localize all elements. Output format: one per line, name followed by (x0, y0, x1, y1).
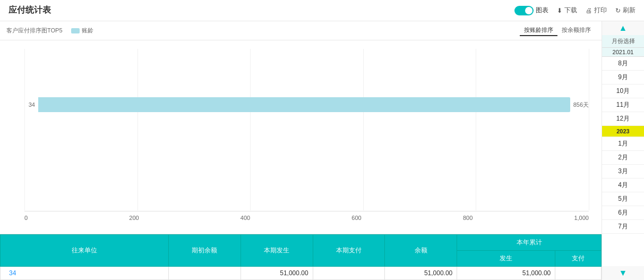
x-tick-1: 200 (129, 215, 139, 221)
bar-label-0: 34 (24, 101, 35, 108)
chart-inner: 34 856天 0 200 400 600 800 1,0 (8, 45, 593, 232)
refresh-icon: ↻ (615, 7, 621, 14)
download-icon: ⬇ (557, 7, 562, 14)
table-section: 往来单位 期初余额 本期发生 本期支付 余额 本年累计 发生 支付 (0, 234, 602, 280)
sidebar: ▲ 月份选择 2021.01 8月 9月 10月 11月 12月 2023 1月… (602, 21, 644, 280)
th-ytd-occur: 发生 (457, 251, 555, 267)
month-item-8[interactable]: 8月 (602, 57, 644, 71)
x-tick-4: 800 (463, 215, 473, 221)
td-current-occur: 51,000.00 (241, 267, 313, 280)
th-ytd-pay: 支付 (555, 251, 602, 267)
legend-aging: 账龄 (71, 27, 93, 35)
scroll-up-button[interactable]: ▲ (602, 21, 644, 35)
month-item-2[interactable]: 2月 (602, 151, 644, 165)
download-button[interactable]: ⬇ 下载 (557, 6, 577, 15)
chart-toggle-wrap[interactable]: 图表 (514, 6, 548, 15)
grid-line-5 (589, 49, 589, 210)
legend-color-box (71, 28, 80, 33)
td-opening (168, 267, 241, 280)
print-icon: 🖨 (586, 7, 592, 14)
chart-header: 客户应付排序图TOP5 账龄 按账龄排序 按余额排序 (0, 21, 602, 40)
th-unit: 往来单位 (1, 235, 169, 267)
bar-chart: 34 856天 (24, 49, 589, 210)
sidebar-header: 月份选择 (602, 35, 644, 48)
year-2023-marker: 2023 (602, 126, 644, 137)
bar-end-label-0: 856天 (573, 101, 589, 109)
bar-fill-0 (38, 97, 570, 112)
td-current-pay (313, 267, 385, 280)
chart-toggle[interactable] (514, 6, 534, 15)
td-ytd-pay (555, 267, 602, 280)
sidebar-selected: 2021.01 (602, 48, 644, 57)
legend-top5-label: 客户应付排序图TOP5 (6, 27, 63, 35)
x-tick-2: 400 (241, 215, 250, 221)
chart-legend: 客户应付排序图TOP5 账龄 (6, 27, 520, 35)
toggle-label: 图表 (536, 6, 548, 15)
td-unit[interactable]: 34 (1, 267, 169, 280)
x-tick-0: 0 (24, 215, 28, 221)
data-table: 往来单位 期初余额 本期发生 本期支付 余额 本年累计 发生 支付 (0, 234, 602, 280)
sort-by-balance-button[interactable]: 按余额排序 (557, 25, 595, 36)
x-axis: 0 200 400 600 800 1,000 (24, 215, 589, 221)
month-item-3[interactable]: 3月 (602, 165, 644, 179)
td-balance: 51,000.00 (385, 267, 457, 280)
bar-row-0: 34 856天 (24, 97, 589, 112)
month-item-4[interactable]: 4月 (602, 179, 644, 192)
x-tick-5: 1,000 (574, 215, 589, 221)
th-current-pay: 本期支付 (313, 235, 385, 267)
month-item-12[interactable]: 12月 (602, 112, 644, 126)
month-item-6[interactable]: 6月 (602, 206, 644, 220)
legend-aging-label: 账龄 (82, 27, 93, 35)
scroll-down-button[interactable]: ▼ (602, 266, 644, 280)
header-actions: 图表 ⬇ 下载 🖨 打印 ↻ 刷新 (514, 6, 636, 15)
sidebar-header-label: 月份选择 (612, 38, 635, 44)
month-item-9[interactable]: 9月 (602, 71, 644, 84)
sort-buttons: 按账龄排序 按余额排序 (520, 25, 595, 36)
main-content: 客户应付排序图TOP5 账龄 按账龄排序 按余额排序 (0, 21, 644, 280)
page-title: 应付统计表 (8, 5, 514, 16)
month-item-5[interactable]: 5月 (602, 192, 644, 206)
td-ytd-occur: 51,000.00 (457, 267, 555, 280)
th-ytd: 本年累计 (457, 235, 602, 251)
table-body: 34 51,000.00 51,000.00 51,000.00 (1, 267, 602, 280)
x-axis-line (24, 211, 589, 211)
th-current-occur: 本期发生 (241, 235, 313, 267)
th-opening: 期初余额 (168, 235, 241, 267)
month-list[interactable]: 8月 9月 10月 11月 12月 2023 1月 2月 3月 4月 5月 6月… (602, 57, 644, 266)
month-item-11[interactable]: 11月 (602, 98, 644, 112)
sort-by-aging-button[interactable]: 按账龄排序 (520, 25, 557, 36)
th-balance: 余额 (385, 235, 457, 267)
table-row: 34 51,000.00 51,000.00 51,000.00 (1, 267, 602, 280)
month-item-1[interactable]: 1月 (602, 137, 644, 151)
table-header-row: 往来单位 期初余额 本期发生 本期支付 余额 本年累计 (1, 235, 602, 251)
legend-top5: 客户应付排序图TOP5 (6, 27, 63, 35)
chart-section: 客户应付排序图TOP5 账龄 按账龄排序 按余额排序 (0, 21, 602, 280)
month-item-10[interactable]: 10月 (602, 84, 644, 98)
x-tick-3: 600 (351, 215, 361, 221)
page-header: 应付统计表 图表 ⬇ 下载 🖨 打印 ↻ 刷新 (0, 0, 644, 21)
refresh-button[interactable]: ↻ 刷新 (615, 6, 636, 15)
print-button[interactable]: 🖨 打印 (586, 6, 607, 15)
chart-area: 34 856天 0 200 400 600 800 1,0 (0, 40, 602, 234)
month-item-7[interactable]: 7月 (602, 220, 644, 234)
